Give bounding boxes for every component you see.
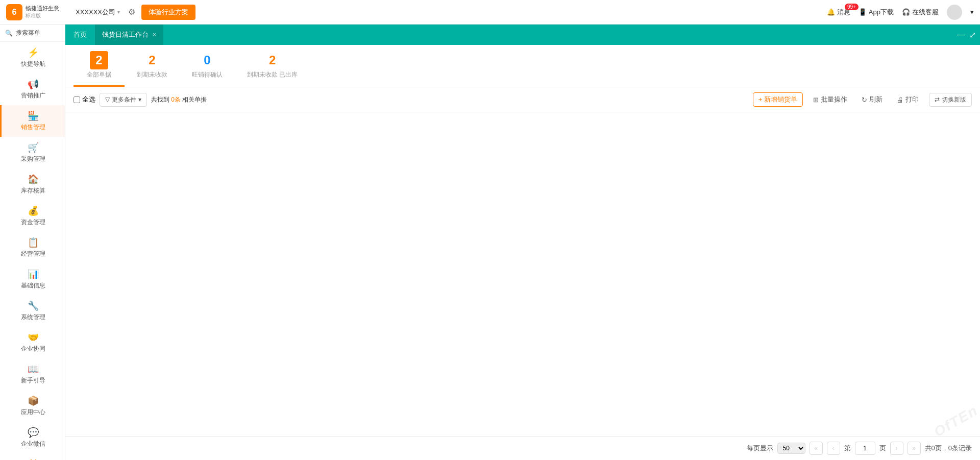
print-label: 打印 xyxy=(905,95,919,104)
refresh-button[interactable]: ↻ 刷新 xyxy=(857,93,887,106)
username[interactable]: ▾ xyxy=(970,8,974,16)
stat-tab-all[interactable]: 2 全部单据 xyxy=(74,45,125,87)
sidebar-item-operations[interactable]: 📋 经营管理 xyxy=(0,232,65,263)
stat-label-overdue: 到期未收款 xyxy=(137,70,167,79)
filter-button[interactable]: ▽ 更多条件 ▾ xyxy=(100,93,147,107)
select-all-checkbox[interactable]: 全选 xyxy=(74,95,95,104)
sidebar-label-basic-info: 基础信息 xyxy=(21,281,45,290)
app-download-label: App下载 xyxy=(869,8,894,17)
last-page-button[interactable]: » xyxy=(908,442,921,455)
chevron-down-icon: ▾ xyxy=(138,96,141,103)
stat-tab-overdue-shipped[interactable]: 2 到期未收款 已出库 xyxy=(235,45,310,87)
search-menu-label: 搜索菜单 xyxy=(16,29,40,37)
batch-operation-button[interactable]: ⊞ 批量操作 xyxy=(809,93,851,106)
page-number-input[interactable] xyxy=(855,442,875,455)
per-page-label: 每页显示 xyxy=(747,444,773,453)
search-icon: 🔍 xyxy=(5,30,13,37)
headset-icon: 🎧 xyxy=(902,8,910,16)
tab-current[interactable]: 钱货日清工作台 × xyxy=(95,25,163,45)
sidebar-label-finance: 资金管理 xyxy=(21,218,45,227)
cooperation-icon: 🤝 xyxy=(28,332,39,343)
sidebar-label-app-center: 应用中心 xyxy=(21,408,45,417)
prev-page-icon: ‹ xyxy=(832,445,835,452)
next-page-icon: › xyxy=(896,445,898,452)
sidebar-item-basic-info[interactable]: 📊 基础信息 xyxy=(0,263,65,295)
toolbar: 全选 ▽ 更多条件 ▾ 共找到 0条 相关单据 + 新增销货单 xyxy=(65,87,980,112)
online-service-button[interactable]: 🎧 在线客服 xyxy=(902,8,939,17)
page-label: 第 xyxy=(844,444,851,453)
select-all-input[interactable] xyxy=(74,96,80,103)
stat-num-overdue: 2 xyxy=(143,51,161,69)
stat-num-overdue-shipped: 2 xyxy=(263,51,282,69)
sidebar-label-newbie: 新手引导 xyxy=(21,376,45,385)
tab-close-icon[interactable]: × xyxy=(153,31,156,38)
sidebar-label-corp-wechat: 企业微信 xyxy=(21,440,45,448)
sidebar-item-corp-wechat[interactable]: 💬 企业微信 xyxy=(0,422,65,453)
company-selector[interactable]: XXXXXX公司 ▾ xyxy=(76,8,122,17)
sidebar-label-operations: 经营管理 xyxy=(21,250,45,258)
stat-label-overdue-shipped: 到期未收款 已出库 xyxy=(247,70,298,79)
window-maximize-button[interactable]: ⤢ xyxy=(969,30,976,40)
tab-bar-actions: — ⤢ xyxy=(957,30,980,40)
app-download-button[interactable]: 📱 App下载 xyxy=(859,8,894,17)
corp-wechat-icon: 💬 xyxy=(28,427,39,438)
stat-label-all: 全部单据 xyxy=(87,70,111,79)
phone-icon: 📱 xyxy=(859,8,867,16)
message-badge: 99+ xyxy=(845,4,859,10)
sidebar-item-cooperation[interactable]: 🤝 企业协同 xyxy=(0,327,65,358)
sales-icon: 🏪 xyxy=(28,110,39,122)
header: 6 畅捷通好生意 标准版 XXXXXX公司 ▾ ⚙ 体验行业方案 🔔 消息 99… xyxy=(0,0,980,25)
basic-info-icon: 📊 xyxy=(28,269,39,280)
add-sales-order-button[interactable]: + 新增销货单 xyxy=(753,92,803,107)
sidebar-item-inventory[interactable]: 🏠 库存核算 xyxy=(0,168,65,200)
sidebar: 🔍 搜索菜单 ⚡ 快捷导航 📢 营销推广 🏪 销售管理 🛒 采购管理 🏠 库存核… xyxy=(0,25,65,460)
table-area xyxy=(65,112,980,436)
message-button[interactable]: 🔔 消息 99+ xyxy=(827,8,850,17)
sidebar-item-quick-nav[interactable]: ⚡ 快捷导航 xyxy=(0,42,65,74)
sidebar-item-app-center[interactable]: 📦 应用中心 xyxy=(0,390,65,422)
sidebar-item-sales[interactable]: 🏪 销售管理 xyxy=(0,105,65,137)
switch-version-button[interactable]: ⇄ 切换新版 xyxy=(929,93,972,107)
next-page-button[interactable]: › xyxy=(890,442,903,455)
pagination: 每页显示 50 100 200 « ‹ 第 页 › xyxy=(65,436,980,460)
stat-label-wangpu: 旺铺待确认 xyxy=(192,70,223,79)
sidebar-item-marketing[interactable]: 📢 营销推广 xyxy=(0,74,65,105)
toolbar-left: 全选 ▽ 更多条件 ▾ 共找到 0条 相关单据 xyxy=(74,93,207,107)
first-page-button[interactable]: « xyxy=(810,442,823,455)
stat-num-all: 2 xyxy=(90,51,108,69)
found-count: 0条 xyxy=(171,96,181,103)
print-button[interactable]: 🖨 打印 xyxy=(893,93,923,106)
sidebar-item-system[interactable]: 🔧 系统管理 xyxy=(0,295,65,327)
settings-icon[interactable]: ⚙ xyxy=(128,7,135,17)
bell-icon: 🔔 xyxy=(827,8,835,16)
header-right: 🔔 消息 99+ 📱 App下载 🎧 在线客服 ▾ xyxy=(827,5,974,20)
logo-icon: 6 xyxy=(6,4,22,20)
toolbar-right: + 新增销货单 ⊞ 批量操作 ↻ 刷新 🖨 打印 ⇄ xyxy=(753,92,972,107)
app-name: 畅捷通好生意 xyxy=(26,5,59,12)
refresh-label: 刷新 xyxy=(869,95,883,104)
sidebar-search[interactable]: 🔍 搜索菜单 xyxy=(0,25,65,42)
batch-label: 批量操作 xyxy=(821,95,847,104)
filter-label: 更多条件 xyxy=(112,95,136,104)
sidebar-item-member[interactable]: 👑 畅会员 xyxy=(0,453,65,460)
trial-button[interactable]: 体验行业方案 xyxy=(141,5,195,20)
finance-icon: 💰 xyxy=(28,205,39,216)
per-page-select[interactable]: 50 100 200 xyxy=(777,443,805,454)
prev-page-button[interactable]: ‹ xyxy=(827,442,840,455)
app-center-icon: 📦 xyxy=(28,395,39,406)
app-version: 标准版 xyxy=(26,12,59,19)
company-name: XXXXXX公司 xyxy=(76,8,115,17)
select-all-label: 全选 xyxy=(82,95,95,104)
stat-tab-wangpu[interactable]: 0 旺铺待确认 xyxy=(180,45,235,87)
sidebar-label-cooperation: 企业协同 xyxy=(21,345,45,353)
tab-bar: 首页 钱货日清工作台 × — ⤢ xyxy=(65,25,980,45)
tab-home[interactable]: 首页 xyxy=(65,25,95,45)
stat-tab-overdue[interactable]: 2 到期未收款 xyxy=(125,45,180,87)
sidebar-item-newbie[interactable]: 📖 新手引导 xyxy=(0,358,65,390)
sidebar-item-purchase[interactable]: 🛒 采购管理 xyxy=(0,137,65,168)
chevron-down-icon: ▾ xyxy=(117,9,120,15)
page-label-suffix: 页 xyxy=(879,444,886,453)
window-minimize-button[interactable]: — xyxy=(957,30,965,39)
sidebar-item-finance[interactable]: 💰 资金管理 xyxy=(0,200,65,232)
avatar[interactable] xyxy=(947,5,962,20)
